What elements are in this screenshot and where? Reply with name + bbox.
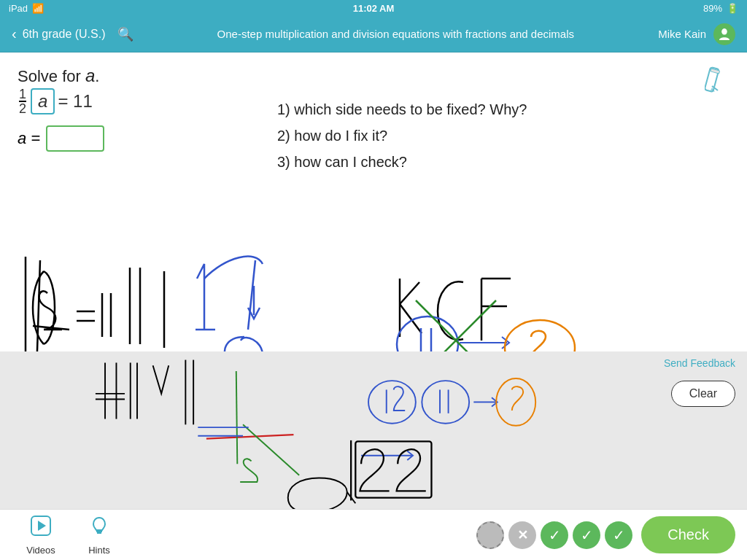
main-content: Solve for a. 1 2 a = 11 a = 1) which sid… [0,52,747,509]
back-nav[interactable]: ‹ 6th grade (U.S.) 🔍 [12,26,133,42]
student-drawing-gray [0,351,747,509]
time-display: 11:02 AM [353,3,395,14]
answer-input-box[interactable] [46,125,104,152]
answer-circle-1 [476,521,504,549]
problem-area: Solve for a. 1 2 a = 11 a = 1) which sid… [0,52,747,351]
svg-line-6 [33,326,69,330]
instructions-text: 1) which side needs to be fixed? Why? 2)… [277,96,527,175]
user-avatar [713,23,735,45]
answer-circle-x: ✕ [508,521,536,549]
instruction-3: 3) how can I check? [277,149,527,175]
hints-label: Hints [88,545,110,556]
search-icon[interactable]: 🔍 [117,26,133,42]
bottom-bar: Videos Hints ✕ ✓ ✓ ✓ Check [0,509,747,560]
svg-line-42 [243,424,299,475]
battery-icon: 🔋 [727,3,738,14]
answer-label: a = [18,129,40,148]
answer-area: a = [18,125,104,152]
user-name: Mike Kain [658,28,706,40]
wifi-icon: 📶 [32,3,44,14]
svg-marker-56 [38,521,46,531]
x-icon: ✕ [517,527,528,543]
nav-bar: ‹ 6th grade (U.S.) 🔍 One-step multiplica… [0,16,747,52]
status-bar: iPad 📶 11:02 AM 89% 🔋 [0,0,747,16]
variable-box: a [31,88,55,114]
answer-circles: ✕ ✓ ✓ ✓ [476,521,632,549]
grade-label: 6th grade (U.S.) [23,28,106,41]
equals-sign: = 11 [58,91,92,112]
svg-line-20 [400,282,419,304]
check-button[interactable]: Check [641,516,735,553]
device-label: iPad [9,3,28,14]
videos-label: Videos [26,545,55,556]
check-icon-2: ✓ [581,526,593,544]
instruction-2: 2) how do I fix it? [277,122,527,149]
svg-rect-52 [355,441,431,497]
videos-button[interactable]: Videos [12,515,70,556]
svg-line-31 [416,300,496,351]
play-icon [30,515,52,542]
status-left: iPad 📶 [9,3,44,14]
instruction-1: 1) which side needs to be fixed? Why? [277,96,527,122]
nav-right: Mike Kain [658,23,735,45]
battery-label: 89% [703,3,722,14]
svg-point-29 [505,320,575,351]
back-arrow-icon: ‹ [12,26,17,42]
status-right: 89% 🔋 [703,3,738,14]
answer-circle-check-3: ✓ [605,521,632,549]
solve-for-text: Solve for a. [18,66,99,86]
hints-button[interactable]: Hints [70,515,128,556]
answer-circle-check-2: ✓ [573,521,600,549]
lesson-title: One-step multiplication and division equ… [133,28,659,40]
svg-line-5 [36,260,40,351]
svg-line-41 [236,371,238,464]
equation-display: 1 2 a = 11 [18,88,93,115]
fraction-half: 1 2 [19,88,26,115]
svg-line-30 [416,300,496,351]
answer-circle-check-1: ✓ [541,521,568,549]
svg-point-48 [422,381,469,424]
lightbulb-icon [88,515,110,542]
work-area[interactable]: Send Feedback Clear [0,351,747,509]
pencil-icon[interactable] [705,64,735,101]
check-icon-1: ✓ [549,526,561,544]
svg-point-46 [368,381,416,424]
svg-line-21 [400,304,422,333]
svg-point-25 [397,316,458,351]
check-icon-3: ✓ [613,526,625,544]
